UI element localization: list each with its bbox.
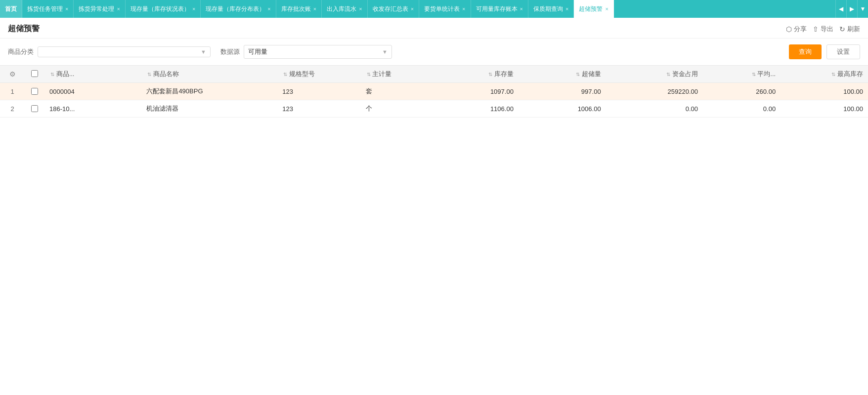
- table-container: ⚙ ⇅ 商品... ⇅ 商品名称 ⇅ 规格型号: [0, 65, 868, 118]
- datasource-select[interactable]: 可用量 ▼: [244, 45, 392, 59]
- row-avg-0: 260.00: [703, 83, 781, 100]
- nav-arrows: ◀ ▶ ▼: [835, 0, 868, 18]
- col-avg-header[interactable]: ⇅ 平均...: [703, 66, 781, 83]
- sort-icon-over: ⇅: [576, 72, 580, 77]
- nav-tab-batch[interactable]: 库存批次账×: [276, 0, 322, 18]
- close-tab-overstock[interactable]: ×: [605, 6, 608, 12]
- row-code-1: 186-10...: [44, 100, 141, 118]
- datasource-dropdown-icon: ▼: [382, 49, 388, 55]
- row-checkbox-1[interactable]: [31, 105, 38, 112]
- nav-tab-quality[interactable]: 保质期查询×: [528, 0, 574, 18]
- row-name-1: 机油滤清器: [141, 100, 277, 118]
- sort-icon-maxstock: ⇅: [831, 72, 835, 77]
- table-header-row: ⚙ ⇅ 商品... ⇅ 商品名称 ⇅ 规格型号: [0, 66, 868, 83]
- datasource-filter-group: 数据源 可用量 ▼: [220, 45, 392, 59]
- filter-buttons: 查询 设置: [789, 44, 860, 59]
- row-stock-1: 1106.00: [431, 100, 519, 118]
- nav-tab-inout[interactable]: 出入库流水×: [322, 0, 367, 18]
- row-over-1: 1006.00: [519, 100, 606, 118]
- col-capital-header[interactable]: ⇅ 资金占用: [606, 66, 703, 83]
- share-icon: ⬡: [786, 25, 792, 33]
- close-tab-available[interactable]: ×: [520, 6, 523, 12]
- col-name-header[interactable]: ⇅ 商品名称: [141, 66, 277, 83]
- close-tab-inout[interactable]: ×: [359, 6, 362, 12]
- row-num-1: 2: [0, 100, 25, 118]
- settings-icon[interactable]: ⚙: [9, 70, 16, 78]
- row-capital-0: 259220.00: [606, 83, 703, 100]
- export-icon: ⇧: [813, 25, 819, 33]
- row-unit-0: 套: [361, 83, 432, 100]
- sort-icon-stock: ⇅: [488, 72, 492, 77]
- category-label: 商品分类: [8, 47, 34, 56]
- table-row: 1 0000004 六配套新昌490BPG 123 套 1097.00 997.…: [0, 83, 868, 100]
- col-code-header[interactable]: ⇅ 商品...: [44, 66, 141, 83]
- close-tab-stock-status[interactable]: ×: [192, 6, 195, 12]
- row-code-0: 0000004: [44, 83, 141, 100]
- sort-icon-spec: ⇅: [283, 72, 287, 77]
- nav-tab-stock-dist[interactable]: 现存量（库存分布表）×: [201, 0, 276, 18]
- col-settings-header: ⚙: [0, 66, 25, 83]
- row-capital-1: 0.00: [606, 100, 703, 118]
- col-stock-header[interactable]: ⇅ 库存量: [431, 66, 519, 83]
- close-tab-batch[interactable]: ×: [313, 6, 316, 12]
- row-over-0: 997.00: [519, 83, 606, 100]
- nav-prev-button[interactable]: ◀: [835, 0, 846, 18]
- nav-next-button[interactable]: ▶: [846, 0, 857, 18]
- sort-icon-code: ⇅: [50, 72, 54, 77]
- table-row: 2 186-10... 机油滤清器 123 个 1106.00 1006.00 …: [0, 100, 868, 118]
- data-table: ⚙ ⇅ 商品... ⇅ 商品名称 ⇅ 规格型号: [0, 65, 868, 118]
- row-name-0: 六配套新昌490BPG: [141, 83, 277, 100]
- row-maxstock-1: 100.00: [781, 100, 868, 118]
- sort-icon-name: ⇅: [147, 72, 151, 77]
- row-unit-1: 个: [361, 100, 432, 118]
- row-spec-0: 123: [277, 83, 360, 100]
- row-spec-1: 123: [277, 100, 360, 118]
- close-tab-quality[interactable]: ×: [565, 6, 568, 12]
- row-maxstock-0: 100.00: [781, 83, 868, 100]
- nav-more-button[interactable]: ▼: [857, 0, 868, 18]
- col-spec-header[interactable]: ⇅ 规格型号: [277, 66, 360, 83]
- close-tab-order-stat[interactable]: ×: [462, 6, 465, 12]
- query-button[interactable]: 查询: [789, 44, 822, 59]
- nav-tab-collect[interactable]: 收发存汇总表×: [368, 0, 419, 18]
- col-maxstock-header[interactable]: ⇅ 最高库存: [781, 66, 868, 83]
- category-filter-group: 商品分类 ▼: [8, 46, 211, 57]
- row-num-0: 1: [0, 83, 25, 100]
- nav-tab-overstock[interactable]: 超储预警×: [574, 0, 613, 18]
- col-checkbox-header: [25, 66, 44, 83]
- row-stock-0: 1097.00: [431, 83, 519, 100]
- row-avg-1: 0.00: [703, 100, 781, 118]
- category-dropdown-icon: ▼: [201, 49, 206, 55]
- refresh-icon: ↻: [839, 25, 845, 33]
- nav-tab-exception[interactable]: 拣货异常处理×: [74, 0, 125, 18]
- page-title: 超储预警: [8, 24, 40, 34]
- row-checkbox-0[interactable]: [31, 88, 38, 95]
- nav-tab-home[interactable]: 首页: [0, 0, 22, 18]
- close-tab-exception[interactable]: ×: [117, 6, 120, 12]
- select-all-checkbox[interactable]: [31, 70, 38, 77]
- header-actions: ⬡ 分享 ⇧ 导出 ↻ 刷新: [786, 25, 860, 34]
- settings-button[interactable]: 设置: [826, 44, 860, 59]
- datasource-label: 数据源: [220, 47, 240, 56]
- col-unit-header[interactable]: ⇅ 主计量: [361, 66, 432, 83]
- datasource-select-value: 可用量: [248, 47, 267, 56]
- col-over-header[interactable]: ⇅ 超储量: [519, 66, 606, 83]
- share-button[interactable]: ⬡ 分享: [786, 25, 807, 34]
- nav-tab-stock-status[interactable]: 现存量（库存状况表）×: [126, 0, 201, 18]
- close-tab-stock-dist[interactable]: ×: [267, 6, 270, 12]
- nav-tab-task[interactable]: 拣货任务管理×: [22, 0, 74, 18]
- refresh-button[interactable]: ↻ 刷新: [839, 25, 860, 34]
- page-header: 超储预警 ⬡ 分享 ⇧ 导出 ↻ 刷新: [0, 18, 868, 39]
- nav-tab-order-stat[interactable]: 要货单统计表×: [419, 0, 471, 18]
- sort-icon-unit: ⇅: [367, 72, 371, 77]
- row-checkbox-cell-1: [25, 100, 44, 118]
- sort-icon-capital: ⇅: [666, 72, 670, 77]
- category-select[interactable]: ▼: [38, 46, 211, 57]
- close-tab-collect[interactable]: ×: [411, 6, 414, 12]
- close-tab-task[interactable]: ×: [65, 6, 68, 12]
- top-nav: 首页拣货任务管理×拣货异常处理×现存量（库存状况表）×现存量（库存分布表）×库存…: [0, 0, 868, 18]
- row-checkbox-cell-0: [25, 83, 44, 100]
- export-button[interactable]: ⇧ 导出: [813, 25, 833, 34]
- nav-tab-available[interactable]: 可用量库存账本×: [471, 0, 528, 18]
- sort-icon-avg: ⇅: [752, 72, 756, 77]
